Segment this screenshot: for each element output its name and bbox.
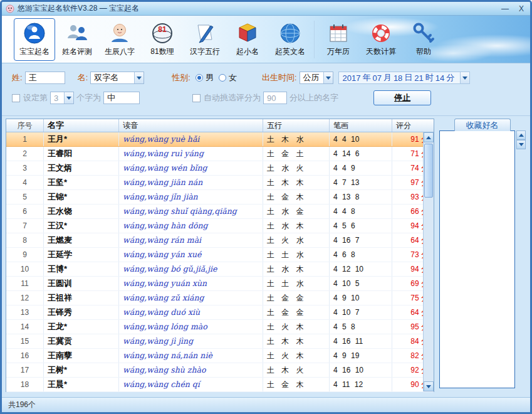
- strokes-cell: 4 7 13: [330, 176, 392, 189]
- table-row[interactable]: 4 王坚* wáng,wàng jiān nán 土 木 木 4 7 13 97…: [6, 176, 434, 190]
- scrollbar-thumb[interactable]: [424, 144, 433, 198]
- toolbar-label: 宝宝起名: [19, 46, 50, 57]
- favorites-tab[interactable]: 收藏好名: [454, 119, 511, 131]
- pinyin-cell: wáng,wàng shù zhào: [119, 363, 263, 377]
- header-pinyin[interactable]: 读音: [119, 119, 263, 132]
- table-row[interactable]: 1 王月* wáng,wàng yuè hǎi 土 木 水 4 4 10 91 …: [6, 132, 434, 147]
- strokes-cell: 4 9 10: [330, 291, 392, 305]
- strokes-cell: 4 5 6: [330, 219, 392, 233]
- header-name[interactable]: 名字: [44, 119, 119, 132]
- name-type-select[interactable]: 双字名: [90, 72, 144, 84]
- char-position-select[interactable]: 3: [50, 92, 74, 104]
- strokes-cell: 4 16 10: [330, 363, 392, 377]
- strokes-cell: 4 5 8: [330, 320, 392, 334]
- toolbar-item-nickname[interactable]: 起小名: [227, 18, 268, 61]
- set-char-prefix-label: 设定第: [23, 92, 48, 104]
- set-char-middle-label: 个字为: [76, 92, 101, 104]
- name-table-body: 1 王月* wáng,wàng yuè hǎi 土 木 水 4 4 10 91 …: [6, 132, 434, 392]
- dropdown-arrow-icon: [460, 72, 469, 83]
- toolbar-item-birth-chart[interactable]: 生辰八字: [99, 18, 140, 61]
- stop-button[interactable]: 停止: [373, 90, 431, 105]
- scroll-down-icon[interactable]: [424, 381, 434, 391]
- name-cell: 王文炳: [44, 161, 119, 175]
- row-number-cell: 15: [6, 334, 44, 348]
- min-score-input[interactable]: 90: [263, 92, 287, 104]
- toolbar-label: 帮助: [416, 46, 431, 57]
- main-toolbar: 宝宝起名 姓名评测 生辰八字 81 81数理 汉字五行: [2, 16, 530, 63]
- favorites-scrollbar[interactable]: [516, 130, 526, 149]
- toolbar-item-calendar[interactable]: 万年历: [318, 18, 359, 61]
- strokes-cell: 4 16 11: [330, 334, 392, 348]
- table-row[interactable]: 13 王铎秀 wáng,wàng duó xiù 土 金 金 4 10 7 64…: [6, 305, 434, 320]
- table-scrollbar[interactable]: [423, 132, 434, 391]
- strokes-cell: 4 10 7: [330, 305, 392, 319]
- birth-minute: 14: [436, 73, 444, 83]
- name-cell: 王冀贡: [44, 334, 119, 348]
- table-row[interactable]: 14 王龙* wáng,wàng lóng mào 土 火 木 4 5 8 95…: [6, 320, 434, 334]
- header-number[interactable]: 序号: [6, 119, 44, 132]
- birth-chart-icon: [108, 21, 132, 45]
- table-row[interactable]: 3 王文炳 wáng,wàng wén bǐng 土 水 火 4 4 9 74 …: [6, 161, 434, 176]
- toolbar-label: 起小名: [236, 46, 259, 57]
- table-row[interactable]: 8 王燃麦 wáng,wàng rán mài 土 火 水 4 16 7 64 …: [6, 233, 434, 248]
- birth-datetime-picker[interactable]: 2017 年 07 月 18 日 21 时 14 分: [338, 72, 471, 84]
- name-cell: 王铎秀: [44, 305, 119, 319]
- table-row[interactable]: 17 王树* wáng,wàng shù zhào 土 木 火 4 16 10 …: [6, 363, 434, 378]
- table-row[interactable]: 2 王睿阳 wáng,wàng ruì yáng 土 金 土 4 14 6 71…: [6, 147, 434, 161]
- strokes-cell: 4 6 8: [330, 248, 392, 262]
- toolbar-separator: [314, 21, 315, 58]
- minimize-button[interactable]: —: [500, 4, 510, 13]
- toolbar-label: 天数计算: [366, 46, 396, 57]
- baby-naming-icon: [23, 21, 46, 45]
- toolbar-item-name-test[interactable]: 姓名评测: [56, 18, 98, 61]
- table-row[interactable]: 12 王祖祥 wáng,wàng zǔ xiáng 土 金 金 4 9 10 7…: [6, 291, 434, 305]
- favorites-listbox[interactable]: [439, 130, 515, 388]
- pinyin-cell: wáng,wàng jiān nán: [119, 176, 263, 189]
- scroll-up-icon[interactable]: [424, 132, 434, 142]
- birth-day: 18: [394, 73, 402, 83]
- surname-input[interactable]: 王: [25, 72, 65, 84]
- pinyin-cell: wáng,wàng hàn dōng: [119, 219, 263, 233]
- toolbar-item-five-elements[interactable]: 汉字五行: [184, 18, 226, 61]
- table-row[interactable]: 15 王冀贡 wáng,wàng jì jìng 土 木 木 4 16 11 8…: [6, 334, 434, 349]
- elements-cell: 土 火 木: [263, 349, 330, 363]
- toolbar-item-help[interactable]: 帮助: [403, 18, 444, 61]
- strokes-cell: 4 13 8: [330, 190, 392, 204]
- table-row[interactable]: 6 王水饶 wáng,wàng shuǐ qiàng,qiāng 土 水 金 4…: [6, 204, 434, 219]
- pinyin-cell: wáng,wàng yuè hǎi: [119, 132, 263, 146]
- set-char-checkbox[interactable]: [12, 94, 20, 102]
- table-row[interactable]: 11 王圆训 wáng,wàng yuán xùn 土 土 水 4 10 5 6…: [6, 277, 434, 291]
- status-bar: 共196个: [2, 397, 530, 412]
- dropdown-arrow-icon: [134, 72, 143, 83]
- toolbar-label: 汉字五行: [190, 46, 220, 57]
- header-strokes[interactable]: 笔画: [330, 119, 392, 132]
- toolbar-item-numerology[interactable]: 81 81数理: [142, 18, 183, 61]
- scroll-up-icon[interactable]: [516, 130, 526, 140]
- gender-female-radio[interactable]: [219, 74, 226, 82]
- table-row[interactable]: 5 王锦* wáng,wàng jǐn jiàn 土 金 木 4 13 8 93…: [6, 190, 434, 204]
- row-number-cell: 12: [6, 291, 44, 305]
- table-row[interactable]: 16 王南孽 wáng,wàng ná,nán niè 土 火 木 4 9 19…: [6, 349, 434, 363]
- toolbar-item-days-calc[interactable]: 天数计算: [360, 18, 402, 61]
- elements-cell: 土 土 水: [263, 277, 330, 290]
- gender-male-radio[interactable]: [196, 74, 203, 82]
- table-row[interactable]: 9 王延学 wáng,wàng yán xué 土 土 水 4 6 8 73 分: [6, 248, 434, 262]
- table-row[interactable]: 7 王汉* wáng,wàng hàn dōng 土 水 木 4 5 6 94 …: [6, 219, 434, 233]
- strokes-cell: 4 10 5: [330, 277, 392, 290]
- toolbar-item-english-name[interactable]: 起英文名: [269, 18, 311, 61]
- table-row[interactable]: 18 王晨* wáng,wàng chén qí 土 金 木 4 11 12 9…: [6, 378, 434, 392]
- fixed-char-input[interactable]: 中: [103, 92, 140, 104]
- auto-filter-checkbox[interactable]: [192, 94, 201, 102]
- table-row[interactable]: 10 王博* wáng,wàng bó gǔ,jiǎ,jie 土 水 木 4 1…: [6, 262, 434, 277]
- gender-female-label: 女: [229, 72, 237, 83]
- header-elements[interactable]: 五行: [263, 119, 330, 132]
- numerology-81-icon: 81: [150, 21, 174, 45]
- calendar-type-select[interactable]: 公历: [300, 72, 333, 84]
- row-number-cell: 2: [6, 147, 44, 161]
- window-title: 悠游宝宝起名软件V3.28 — 宝宝起名: [18, 3, 139, 14]
- header-score[interactable]: 评分: [392, 119, 434, 132]
- scroll-down-icon[interactable]: [516, 140, 526, 149]
- toolbar-item-baby-naming[interactable]: 宝宝起名: [14, 18, 55, 61]
- close-button[interactable]: X: [516, 4, 526, 13]
- table-header-row: 序号 名字 读音 五行 笔画 评分: [6, 119, 434, 132]
